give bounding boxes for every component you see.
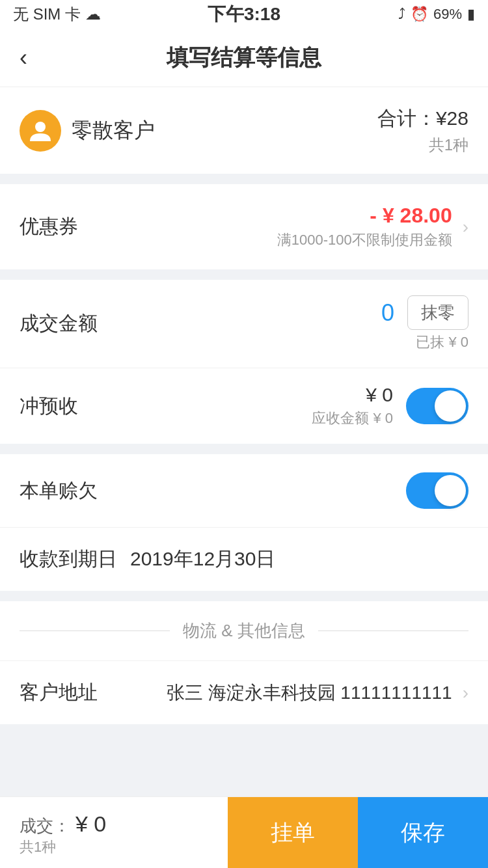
page-title: 填写结算等信息 — [167, 43, 321, 73]
logistics-section: 物流 & 其他信息 客户地址 张三 海淀永丰科技园 11111111111 › — [0, 601, 488, 724]
summary-label: 成交： — [20, 815, 70, 837]
amount-section: 成交金额 0 抹零 已抹 ¥ 0 冲预收 ¥ 0 应收金额 ¥ 0 — [0, 280, 488, 444]
coupon-info: - ¥ 28.00 满1000-100不限制使用金额 — [277, 204, 452, 250]
transaction-label: 成交金额 — [20, 310, 98, 337]
customer-right: 合计：¥28 共1种 — [377, 105, 468, 156]
transaction-value: 0 — [381, 299, 394, 327]
svg-point-0 — [35, 122, 46, 132]
save-button[interactable]: 保存 — [358, 797, 488, 868]
debt-toggle[interactable] — [406, 472, 468, 509]
customer-total: 合计：¥28 — [377, 105, 468, 132]
toggle-knob — [435, 390, 466, 422]
address-label: 客户地址 — [20, 679, 98, 706]
transaction-row: 成交金额 0 抹零 已抹 ¥ 0 — [0, 280, 488, 368]
coupon-row[interactable]: 优惠券 - ¥ 28.00 满1000-100不限制使用金额 › — [0, 184, 488, 269]
toggle-knob-debt — [435, 475, 466, 506]
transaction-value-container: 0 抹零 — [381, 295, 468, 330]
debt-section: 本单赊欠 收款到期日 2019年12月30日 — [0, 454, 488, 591]
debt-label: 本单赊欠 — [20, 478, 98, 504]
status-left: 无 SIM 卡 ☁ — [13, 4, 101, 25]
address-chevron-icon: › — [463, 683, 468, 703]
due-date-row: 收款到期日 2019年12月30日 — [0, 528, 488, 591]
summary-amount: ¥ 0 — [75, 811, 106, 837]
customer-count: 共1种 — [377, 135, 468, 156]
due-date-label: 收款到期日 — [20, 546, 117, 573]
coupon-amount: - ¥ 28.00 — [277, 204, 452, 228]
customer-section: 零散客户 合计：¥28 共1种 — [0, 87, 488, 174]
prepay-right: ¥ 0 应收金额 ¥ 0 — [312, 384, 468, 428]
prepay-info: ¥ 0 应收金额 ¥ 0 — [312, 384, 393, 428]
due-date-value: 2019年12月30日 — [130, 546, 275, 573]
status-time: 下午3:18 — [208, 2, 280, 27]
chevron-right-icon: › — [463, 217, 468, 237]
logistics-label: 物流 & 其他信息 — [183, 619, 305, 642]
sim-status: 无 SIM 卡 ☁ — [13, 4, 101, 25]
battery-label: 69% — [433, 6, 462, 23]
round-button[interactable]: 抹零 — [407, 295, 468, 330]
debt-row: 本单赊欠 — [0, 454, 488, 528]
customer-avatar — [20, 110, 61, 152]
coupon-right: - ¥ 28.00 满1000-100不限制使用金额 › — [78, 204, 468, 250]
status-right: ⤴ ⏰ 69% ▮ — [398, 6, 475, 23]
alarm-icon: ⏰ — [411, 6, 428, 23]
location-icon: ⤴ — [398, 6, 405, 23]
prepay-label: 冲预收 — [20, 393, 78, 420]
bottom-summary: 成交： ¥ 0 共1种 — [0, 797, 228, 868]
address-value: 张三 海淀永丰科技园 11111111111 — [117, 681, 452, 705]
customer-left: 零散客户 — [20, 110, 155, 152]
prepay-sub: 应收金额 ¥ 0 — [312, 409, 393, 428]
transaction-sub: 已抹 ¥ 0 — [416, 332, 468, 352]
nav-bar: ‹ 填写结算等信息 — [0, 29, 488, 87]
user-icon — [27, 118, 53, 144]
battery-icon: ▮ — [467, 6, 475, 23]
coupon-section: 优惠券 - ¥ 28.00 满1000-100不限制使用金额 › — [0, 184, 488, 269]
bottom-bar: 成交： ¥ 0 共1种 挂单 保存 — [0, 796, 488, 868]
logistics-header: 物流 & 其他信息 — [0, 601, 488, 660]
coupon-label: 优惠券 — [20, 213, 78, 240]
prepay-row: 冲预收 ¥ 0 应收金额 ¥ 0 — [0, 368, 488, 444]
suspend-button[interactable]: 挂单 — [228, 797, 358, 868]
content: 零散客户 合计：¥28 共1种 优惠券 - ¥ 28.00 满1000-100不… — [0, 87, 488, 806]
customer-name: 零散客户 — [72, 116, 155, 145]
back-button[interactable]: ‹ — [20, 44, 27, 72]
prepay-toggle[interactable] — [406, 388, 468, 424]
prepay-amount: ¥ 0 — [312, 384, 393, 406]
summary-count: 共1种 — [20, 837, 208, 857]
status-bar: 无 SIM 卡 ☁ 下午3:18 ⤴ ⏰ 69% ▮ — [0, 0, 488, 29]
coupon-desc: 满1000-100不限制使用金额 — [277, 230, 452, 250]
address-row[interactable]: 客户地址 张三 海淀永丰科技园 11111111111 › — [0, 660, 488, 724]
